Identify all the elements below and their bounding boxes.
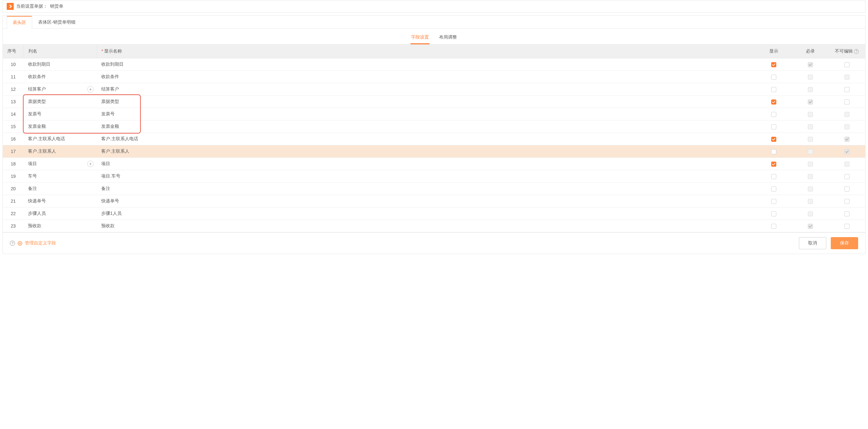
cell-readonly bbox=[829, 195, 865, 207]
cell-seq: 23 bbox=[3, 220, 24, 232]
checkbox-show[interactable] bbox=[771, 149, 776, 154]
cell-readonly bbox=[829, 108, 865, 120]
cell-seq: 11 bbox=[3, 71, 24, 83]
tab-0[interactable]: 表头区 bbox=[7, 16, 32, 29]
checkbox-readonly bbox=[844, 149, 849, 154]
cell-show bbox=[755, 195, 792, 207]
cell-show bbox=[755, 71, 792, 83]
cell-seq: 12 bbox=[3, 83, 24, 96]
tabs: 表头区表体区-销货单明细 bbox=[3, 16, 865, 29]
checkbox-show[interactable] bbox=[771, 87, 776, 92]
cell-required bbox=[792, 58, 829, 71]
checkbox-show[interactable] bbox=[771, 137, 776, 142]
cell-required bbox=[792, 133, 829, 145]
footer: ? 管理自定义字段 取消 保存 bbox=[3, 232, 865, 254]
cell-name: 票据类型 bbox=[24, 96, 97, 108]
table-row: 19车号项目.车号 bbox=[3, 170, 865, 182]
col-header-readonly: 不可编辑? bbox=[829, 45, 865, 58]
help-icon[interactable]: ? bbox=[854, 49, 859, 54]
checkbox-show[interactable] bbox=[771, 162, 776, 167]
table-row: 13票据类型票据类型 bbox=[3, 96, 865, 108]
table-row: 20备注备注 bbox=[3, 182, 865, 195]
cell-readonly bbox=[829, 133, 865, 145]
cell-display-name[interactable]: 客户.主联系人电话 bbox=[97, 133, 755, 145]
cell-name: 发票号 bbox=[24, 108, 97, 120]
cell-required bbox=[792, 158, 829, 170]
checkbox-show[interactable] bbox=[771, 112, 776, 117]
cell-name: 客户.主联系人电话 bbox=[24, 133, 97, 145]
cell-show bbox=[755, 145, 792, 158]
checkbox-readonly[interactable] bbox=[844, 224, 849, 229]
breadcrumb-value: 销货单 bbox=[50, 3, 63, 9]
cell-display-name[interactable]: 项目 bbox=[97, 158, 755, 170]
checkbox-readonly[interactable] bbox=[844, 211, 849, 217]
cell-name: 收款到期日 bbox=[24, 58, 97, 71]
checkbox-required bbox=[808, 137, 813, 142]
footer-help-icon[interactable]: ? bbox=[10, 240, 15, 246]
cell-display-name[interactable]: 预收款 bbox=[97, 220, 755, 232]
checkbox-required bbox=[808, 124, 813, 130]
expand-sidebar-button[interactable] bbox=[7, 3, 14, 10]
checkbox-show[interactable] bbox=[771, 62, 776, 67]
cell-required bbox=[792, 195, 829, 207]
cell-show bbox=[755, 133, 792, 145]
checkbox-readonly[interactable] bbox=[844, 174, 849, 179]
cell-readonly bbox=[829, 170, 865, 182]
checkbox-readonly[interactable] bbox=[844, 99, 849, 105]
cell-display-name[interactable]: 结算客户 bbox=[97, 83, 755, 96]
cell-required bbox=[792, 71, 829, 83]
cell-display-name[interactable]: 项目.车号 bbox=[97, 170, 755, 182]
cell-seq: 16 bbox=[3, 133, 24, 145]
cell-required bbox=[792, 207, 829, 220]
col-header-readonly-text: 不可编辑 bbox=[835, 49, 853, 54]
svg-point-0 bbox=[20, 242, 21, 244]
sub-tab-1[interactable]: 布局调整 bbox=[438, 32, 458, 44]
cell-display-name[interactable]: 票据类型 bbox=[97, 96, 755, 108]
table-row: 18项目+项目 bbox=[3, 158, 865, 170]
cell-required bbox=[792, 96, 829, 108]
cell-readonly bbox=[829, 182, 865, 195]
cell-readonly bbox=[829, 71, 865, 83]
manage-custom-fields-link[interactable]: 管理自定义字段 bbox=[25, 240, 56, 246]
table-row: 15发票金额发票金额 bbox=[3, 120, 865, 133]
checkbox-readonly[interactable] bbox=[844, 62, 849, 67]
checkbox-show[interactable] bbox=[771, 99, 776, 105]
tab-1[interactable]: 表体区-销货单明细 bbox=[32, 16, 82, 29]
checkbox-required bbox=[808, 224, 813, 229]
cancel-button[interactable]: 取消 bbox=[799, 237, 826, 249]
cell-display-name[interactable]: 发票号 bbox=[97, 108, 755, 120]
checkbox-readonly[interactable] bbox=[844, 199, 849, 204]
cell-display-name[interactable]: 发票金额 bbox=[97, 120, 755, 133]
cell-display-name[interactable]: 收款到期日 bbox=[97, 58, 755, 71]
checkbox-readonly[interactable] bbox=[844, 87, 849, 92]
cell-required bbox=[792, 145, 829, 158]
cell-seq: 20 bbox=[3, 182, 24, 195]
checkbox-readonly bbox=[844, 137, 849, 142]
checkbox-show[interactable] bbox=[771, 187, 776, 192]
add-sub-field-button[interactable]: + bbox=[87, 161, 94, 167]
checkbox-show[interactable] bbox=[771, 211, 776, 217]
cell-name: 客户.主联系人 bbox=[24, 145, 97, 158]
cell-name: 车号 bbox=[24, 170, 97, 182]
checkbox-show[interactable] bbox=[771, 199, 776, 204]
checkbox-required bbox=[808, 199, 813, 204]
cell-display-name[interactable]: 备注 bbox=[97, 182, 755, 195]
checkbox-readonly[interactable] bbox=[844, 187, 849, 192]
cell-name: 快递单号 bbox=[24, 195, 97, 207]
add-sub-field-button[interactable]: + bbox=[87, 86, 94, 92]
checkbox-required bbox=[808, 99, 813, 105]
cell-name: 发票金额 bbox=[24, 120, 97, 133]
save-button[interactable]: 保存 bbox=[831, 237, 858, 249]
cell-display-name[interactable]: 客户.主联系人 bbox=[97, 145, 755, 158]
cell-display-name[interactable]: 步骤1人员 bbox=[97, 207, 755, 220]
checkbox-show[interactable] bbox=[771, 224, 776, 229]
cell-readonly bbox=[829, 220, 865, 232]
checkbox-show[interactable] bbox=[771, 124, 776, 130]
checkbox-required bbox=[808, 149, 813, 154]
sub-tab-0[interactable]: 字段设置 bbox=[410, 32, 430, 44]
checkbox-show[interactable] bbox=[771, 75, 776, 80]
cell-display-name[interactable]: 快递单号 bbox=[97, 195, 755, 207]
cell-display-name[interactable]: 收款条件 bbox=[97, 71, 755, 83]
table-row: 22步骤人员步骤1人员 bbox=[3, 207, 865, 220]
checkbox-show[interactable] bbox=[771, 174, 776, 179]
